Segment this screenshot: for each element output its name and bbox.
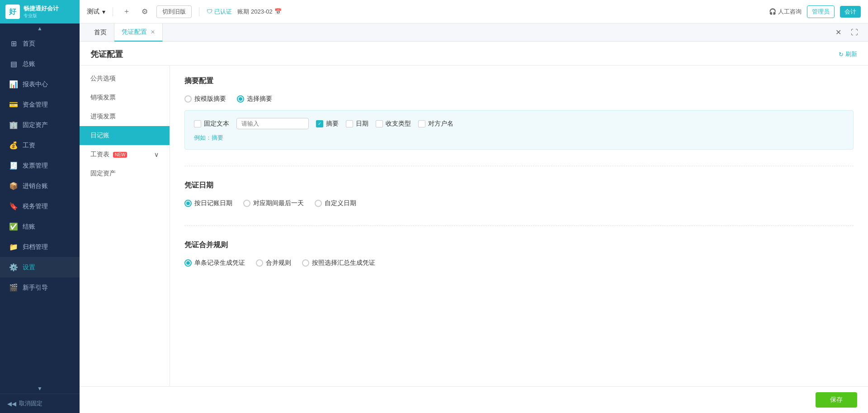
sidebar-label-assets: 固定资产: [23, 121, 48, 129]
radio-template-summary[interactable]: 按模版摘要: [184, 95, 226, 103]
cancel-fixed-label: 取消固定: [19, 399, 42, 408]
summary-config-box: 固定文本 ✓ 摘要 日期: [184, 110, 854, 150]
checkbox-date-label: 日期: [356, 120, 368, 128]
merge-title: 凭证合并规则: [184, 240, 854, 250]
sidebar-item-reports[interactable]: 📊 报表中心: [0, 74, 80, 94]
checkbox-payment-label: 收支类型: [386, 120, 411, 128]
down-arrow-icon: ▼: [37, 385, 42, 392]
radio-select-label: 选择摘要: [247, 95, 272, 103]
sidebar-item-invoice[interactable]: 🧾 发票管理: [0, 155, 80, 176]
sidebar-item-guide[interactable]: 🎬 新手引导: [0, 277, 80, 298]
radio-custom-label: 自定义日期: [325, 199, 356, 207]
sidebar-item-assets[interactable]: 🏢 固定资产: [0, 115, 80, 135]
nav-item-journal[interactable]: 日记账: [80, 126, 170, 145]
checkbox-date[interactable]: 日期: [346, 120, 368, 128]
up-arrow-icon: ▲: [37, 25, 42, 32]
radio-journal-label: 按日记账日期: [194, 199, 232, 207]
sidebar-label-reports: 报表中心: [23, 80, 48, 89]
sidebar-item-tax[interactable]: 🔖 税务管理: [0, 196, 80, 216]
assets-icon: 🏢: [9, 121, 18, 129]
tax-icon: 🔖: [9, 202, 18, 211]
checkbox-summary-label: 摘要: [326, 120, 339, 128]
sidebar-label-close: 结账: [23, 223, 35, 231]
logo-text: 畅捷通好会计 专业版: [24, 5, 59, 19]
certified-label: 已认证: [214, 8, 232, 16]
page-body: 公共选项 销项发票 进项发票 日记账 工资表 NEW: [80, 66, 868, 386]
fullscreen-btn[interactable]: ⛶: [848, 26, 861, 39]
sidebar-item-archive[interactable]: 📁 归档管理: [0, 237, 80, 257]
radio-merge-circle: [256, 259, 263, 267]
summary-title: 摘要配置: [184, 76, 854, 86]
radio-summary-generate[interactable]: 按照选择汇总生成凭证: [302, 259, 375, 267]
accountant-btn[interactable]: 会计: [840, 6, 861, 18]
radio-summary-label: 按照选择汇总生成凭证: [312, 259, 375, 267]
nav-item-payroll[interactable]: 工资表 NEW ∨: [80, 145, 170, 164]
sidebar-item-salary[interactable]: 💰 工资: [0, 135, 80, 155]
sidebar-item-sales[interactable]: 📦 进销台账: [0, 176, 80, 196]
merge-radio-group: 单条记录生成凭证 合并规则 按照选择汇总生成凭证: [184, 259, 854, 267]
tab-voucher-config[interactable]: 凭证配置 ✕: [114, 23, 163, 42]
sidebar-label-invoice: 发票管理: [23, 162, 48, 170]
nav-item-sales-invoice[interactable]: 销项发票: [80, 88, 170, 107]
tab-close-icon[interactable]: ✕: [151, 29, 155, 35]
page-footer: 保存: [80, 386, 868, 413]
sidebar-scroll-up[interactable]: ▲: [0, 23, 80, 33]
sidebar-label-funds: 资金管理: [23, 101, 48, 109]
nav-label-public: 公共选项: [90, 75, 116, 83]
topbar: 测试 ▾ ＋ ⚙ 切到旧版 🛡 已认证 账期 2023-02 📅 🎧 人工咨询 …: [80, 0, 868, 23]
fixed-text-input[interactable]: [236, 118, 309, 129]
old-version-btn[interactable]: 切到旧版: [156, 5, 192, 18]
sidebar-item-funds[interactable]: 💳 资金管理: [0, 94, 80, 115]
radio-select-summary[interactable]: 选择摘要: [237, 95, 272, 103]
checkbox-fixed-text[interactable]: 固定文本: [194, 120, 229, 128]
sidebar-item-home[interactable]: ⊞ 首页: [0, 33, 80, 54]
radio-last-day[interactable]: 对应期间最后一天: [243, 199, 304, 207]
checkbox-summary[interactable]: ✓ 摘要: [316, 120, 339, 128]
calendar-icon[interactable]: 📅: [274, 8, 282, 15]
new-badge: NEW: [113, 152, 127, 158]
sidebar-item-ledger[interactable]: ▤ 总账: [0, 54, 80, 74]
sidebar-item-settings[interactable]: ⚙️ 设置: [0, 257, 80, 277]
sidebar-item-close[interactable]: ✅ 结账: [0, 216, 80, 237]
checkbox-payment-box: [376, 120, 383, 127]
sidebar-scroll-down[interactable]: ▼: [0, 384, 80, 394]
nav-item-public[interactable]: 公共选项: [80, 69, 170, 88]
radio-merge-rule[interactable]: 合并规则: [256, 259, 291, 267]
example-value: 摘要: [212, 134, 223, 141]
period-display: 账期 2023-02 📅: [237, 8, 282, 16]
project-selector[interactable]: 测试 ▾: [87, 8, 105, 16]
radio-journal-circle: [184, 200, 192, 207]
sidebar-label-tax: 税务管理: [23, 202, 48, 211]
consult-btn[interactable]: 🎧 人工咨询: [769, 8, 802, 16]
nav-item-purchase-invoice[interactable]: 进项发票: [80, 107, 170, 126]
gear-btn[interactable]: ⚙: [138, 5, 151, 18]
checkbox-payment-type[interactable]: 收支类型: [376, 120, 411, 128]
summary-radio-group: 按模版摘要 选择摘要: [184, 95, 854, 103]
radio-journal-date[interactable]: 按日记账日期: [184, 199, 232, 207]
archive-icon: 📁: [9, 243, 18, 251]
content-area: 凭证配置 ↻ 刷新 公共选项 销项发票 进项发票: [80, 42, 868, 413]
save-button[interactable]: 保存: [816, 392, 857, 408]
radio-merge-label: 合并规则: [266, 259, 291, 267]
nav-item-fixed-assets[interactable]: 固定资产: [80, 164, 170, 183]
close-tab-btn[interactable]: ✕: [832, 26, 844, 39]
add-btn[interactable]: ＋: [120, 5, 133, 18]
close-period-icon: ✅: [9, 222, 18, 231]
nav-label-fixed-assets: 固定资产: [90, 169, 116, 178]
admin-btn[interactable]: 管理员: [807, 5, 835, 18]
checkbox-counterparty-label: 对方户名: [428, 120, 453, 128]
salary-icon: 💰: [9, 141, 18, 150]
sidebar-label-settings: 设置: [23, 263, 35, 272]
radio-custom-date[interactable]: 自定义日期: [315, 199, 356, 207]
reports-icon: 📊: [9, 80, 18, 89]
refresh-btn[interactable]: ↻ 刷新: [839, 50, 857, 64]
checkbox-counterparty[interactable]: 对方户名: [418, 120, 453, 128]
tab-home[interactable]: 首页: [87, 23, 114, 42]
radio-summary-circle: [302, 259, 309, 267]
period-label: 账期: [237, 8, 249, 16]
tab-voucher-config-label: 凭证配置: [122, 28, 147, 36]
radio-single-record[interactable]: 单条记录生成凭证: [184, 259, 245, 267]
checkbox-fixed-box: [194, 120, 201, 127]
cancel-fixed-btn[interactable]: ◀◀ 取消固定: [0, 394, 80, 413]
checkbox-counterparty-box: [418, 120, 425, 127]
